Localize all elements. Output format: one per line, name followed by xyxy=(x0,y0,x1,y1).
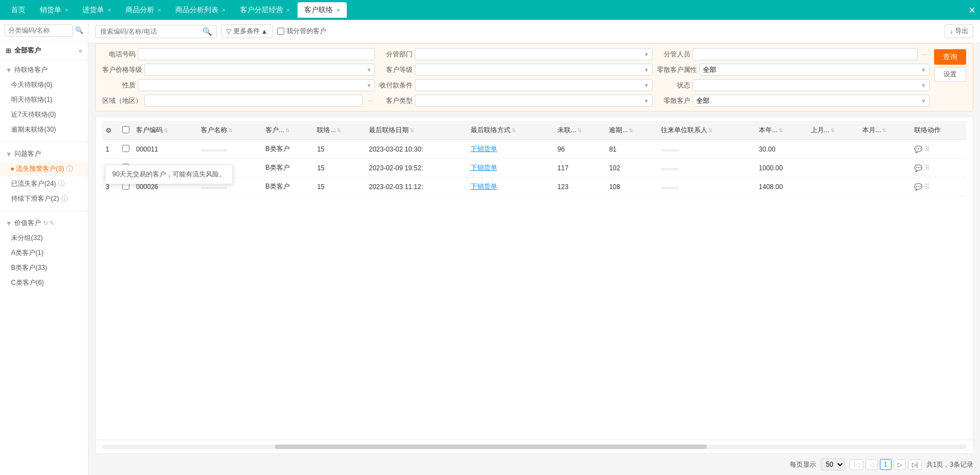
zero-attr-select[interactable]: 全部 xyxy=(699,64,930,76)
more-actions-icon[interactable]: ⠿ xyxy=(925,145,930,153)
row-actions[interactable]: 💬 ⠿ xyxy=(911,140,966,159)
tab-goods-analysis[interactable]: 商品分析 × xyxy=(119,2,168,18)
sort-icon[interactable]: ⇅ xyxy=(285,128,290,133)
refresh-icon[interactable]: ↻ xyxy=(43,220,48,227)
sidebar-all-customers[interactable]: ⊞ 全部客户 « xyxy=(0,41,88,60)
sort-icon[interactable]: ⇅ xyxy=(512,128,516,133)
sort-icon[interactable]: ⇅ xyxy=(629,128,633,133)
tab-sales[interactable]: 销货单 × xyxy=(33,2,75,18)
contact-icon[interactable]: 💬 xyxy=(914,164,922,172)
col-last-month[interactable]: 上月...⇅ xyxy=(807,121,859,140)
export-button[interactable]: ↓ 导出 xyxy=(945,24,973,38)
row-last-method[interactable]: 下销货单 xyxy=(467,159,554,178)
my-customers-checkbox-label[interactable]: 我分管的客户 xyxy=(277,27,326,36)
sort-icon[interactable]: ⇅ xyxy=(410,128,414,133)
sidebar-item-overdue[interactable]: 逾期未联络(30) xyxy=(0,122,88,137)
row-actions[interactable]: 💬 ⠿ xyxy=(911,159,966,178)
edit-icon[interactable]: ✎ xyxy=(49,220,54,227)
sidebar-group-value[interactable]: ▼ 价值客户 ↻ ✎ xyxy=(0,216,88,231)
sidebar-item-class-c[interactable]: C类客户(6) xyxy=(0,275,88,290)
row-checkbox-cell[interactable] xyxy=(119,140,133,159)
col-this-month[interactable]: 本月...⇅ xyxy=(859,121,911,140)
col-name[interactable]: 客户名称⇅ xyxy=(197,121,262,140)
first-page-button[interactable]: |◁ xyxy=(849,460,863,470)
col-no-contact[interactable]: 未联...⇅ xyxy=(554,121,606,140)
window-close-icon[interactable]: ✕ xyxy=(968,5,976,15)
nature-select[interactable] xyxy=(138,79,375,91)
col-checkbox[interactable] xyxy=(119,121,133,140)
col-type[interactable]: 客户...⇅ xyxy=(262,121,314,140)
more-icon[interactable]: ··· xyxy=(920,50,930,58)
sidebar-search-input[interactable] xyxy=(4,24,73,36)
next-page-button[interactable]: ▷ xyxy=(894,460,906,470)
action-icons[interactable]: 💬 ⠿ xyxy=(914,164,963,172)
zero-cust-select[interactable]: 全部 xyxy=(692,95,930,107)
sidebar-item-7days[interactable]: 近7天待联络(0) xyxy=(0,107,88,122)
more-conditions-button[interactable]: ▽ 更多条件 ▲ xyxy=(221,24,273,38)
col-settings[interactable]: ⚙ xyxy=(102,121,119,140)
sidebar-item-today[interactable]: 今天待联络(0) xyxy=(0,77,88,92)
close-icon[interactable]: × xyxy=(158,7,161,13)
row-last-method[interactable]: 下销货单 xyxy=(467,178,554,196)
scrollbar-thumb[interactable] xyxy=(275,445,707,449)
sort-icon[interactable]: ⇅ xyxy=(779,128,783,133)
col-last-method[interactable]: 最后联络方式⇅ xyxy=(467,121,554,140)
tab-customer-tier[interactable]: 客户分层经营 × xyxy=(233,2,296,18)
tab-purchase[interactable]: 进货单 × xyxy=(76,2,117,18)
col-contact[interactable]: 联络...⇅ xyxy=(314,121,366,140)
action-icons[interactable]: 💬 ⠿ xyxy=(914,145,963,153)
tab-home[interactable]: 首页 xyxy=(4,2,32,18)
status-select[interactable] xyxy=(692,79,930,91)
row-actions[interactable]: 💬 ⠿ xyxy=(911,178,966,196)
tab-customer-contact[interactable]: 客户联络 × xyxy=(298,2,346,18)
price-level-select[interactable] xyxy=(144,64,375,76)
per-page-select[interactable]: 50 xyxy=(821,458,845,471)
payment-select[interactable] xyxy=(415,79,652,91)
more-icon[interactable]: ··· xyxy=(365,97,375,105)
col-code[interactable]: 客户编码⇅ xyxy=(133,121,197,140)
sort-icon[interactable]: ⇅ xyxy=(337,128,341,133)
col-contacts-person[interactable]: 往来单位联系人⇅ xyxy=(658,121,755,140)
sidebar-item-churned[interactable]: 已流失客户(24) ⓘ xyxy=(0,176,88,191)
close-icon[interactable]: × xyxy=(336,7,340,13)
settings-button[interactable]: 设置 xyxy=(934,67,966,82)
sort-icon[interactable]: ⇅ xyxy=(882,128,887,133)
sidebar-item-class-a[interactable]: A类客户(1) xyxy=(0,246,88,260)
sidebar-item-class-b[interactable]: B类客户(33) xyxy=(0,260,88,275)
last-method-link[interactable]: 下销货单 xyxy=(471,182,497,190)
cust-type-select[interactable] xyxy=(415,95,652,107)
sidebar-group-pending[interactable]: ▼ 待联络客户 xyxy=(0,62,88,77)
last-method-link[interactable]: 下销货单 xyxy=(471,145,497,153)
sidebar-group-problem[interactable]: ▼ 问题客户 xyxy=(0,147,88,161)
sidebar-item-tomorrow[interactable]: 明天待联络(1) xyxy=(0,92,88,107)
gear-icon[interactable]: ⚙ xyxy=(106,127,112,134)
last-method-link[interactable]: 下销货单 xyxy=(471,164,497,171)
col-last-date[interactable]: 最后联络日期⇅ xyxy=(366,121,467,140)
sort-icon[interactable]: ⇅ xyxy=(831,128,835,133)
my-customers-checkbox[interactable] xyxy=(277,28,284,35)
sidebar-item-churn-warning[interactable]: 流失预警客户(3) ⓘ xyxy=(0,161,88,176)
action-icons[interactable]: 💬 ⠿ xyxy=(914,183,963,191)
prev-page-button[interactable]: ◁ xyxy=(866,460,878,470)
last-page-button[interactable]: ▷| xyxy=(908,460,922,470)
close-icon[interactable]: × xyxy=(286,7,290,13)
row-last-method[interactable]: 下销货单 xyxy=(467,140,554,159)
more-actions-icon[interactable]: ⠿ xyxy=(925,183,930,191)
query-button[interactable]: 查询 xyxy=(934,49,966,65)
sort-icon[interactable]: ⇅ xyxy=(577,128,582,133)
col-this-year[interactable]: 本年...⇅ xyxy=(755,121,807,140)
dept-select[interactable] xyxy=(415,48,652,60)
sidebar-item-ungrouped[interactable]: 未分组(32) xyxy=(0,231,88,246)
sort-icon[interactable]: ⇅ xyxy=(164,128,168,133)
region-input[interactable] xyxy=(144,95,363,107)
row-checkbox[interactable] xyxy=(122,145,129,152)
close-icon[interactable]: × xyxy=(65,7,68,13)
close-icon[interactable]: × xyxy=(107,7,111,13)
contact-icon[interactable]: 💬 xyxy=(914,145,922,153)
close-icon[interactable]: × xyxy=(222,7,225,13)
col-overdue[interactable]: 逾期...⇅ xyxy=(606,121,658,140)
search-input[interactable] xyxy=(100,28,202,35)
person-input[interactable] xyxy=(692,48,918,60)
phone-input[interactable] xyxy=(138,48,375,60)
sidebar-item-declining[interactable]: 持续下滑客户(2) ⓘ xyxy=(0,191,88,206)
